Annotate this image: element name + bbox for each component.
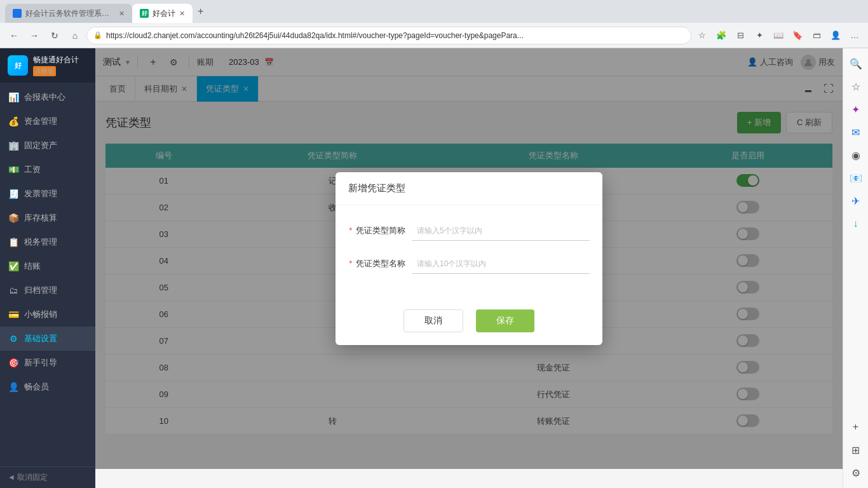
sidebar-item-assets[interactable]: 🏢 固定资产 (0, 133, 95, 158)
guide-icon: 🎯 (8, 357, 19, 369)
tab2-favicon: 好 (140, 9, 149, 18)
sidebar-item-capital[interactable]: 💰 资金管理 (0, 109, 95, 133)
main-section: 测试 ▾ + ⚙ 账期 2023-03 📅 👤 人工咨询 用友 (95, 48, 843, 488)
new-voucher-type-modal: 新增凭证类型 * 凭证类型简称 (336, 172, 602, 345)
sidebar-nav: 📊 会报表中心 💰 资金管理 🏢 固定资产 💵 工资 🧾 发票管理 📦 (0, 83, 95, 466)
tax-label: 税务管理 (24, 236, 57, 248)
right-grid-icon[interactable]: ⊞ (846, 440, 866, 460)
right-browser-icon[interactable]: ◉ (846, 145, 866, 165)
tab1-close-icon[interactable]: ✕ (119, 10, 125, 18)
sidebar-item-inventory[interactable]: 📦 库存核算 (0, 206, 95, 230)
inventory-label: 库存核算 (24, 212, 57, 224)
invoice-label: 发票管理 (24, 188, 57, 200)
sidebar-logo: 好 畅捷通好合计 流畅版 (0, 48, 95, 83)
expense-label: 小畅报销 (24, 309, 57, 320)
sidebar: 好 畅捷通好合计 流畅版 📊 会报表中心 💰 资金管理 🏢 固定资产 💵 工资 (0, 48, 95, 488)
app-container: 好 畅捷通好合计 流畅版 📊 会报表中心 💰 资金管理 🏢 固定资产 💵 工资 (0, 48, 868, 488)
split-view-icon[interactable]: ⊟ (732, 27, 749, 44)
modal-body: * 凭证类型简称 * 凭证类型名称 (336, 205, 602, 299)
sidebar-item-settings[interactable]: ⚙ 基础设置 (0, 327, 95, 351)
sidebar-unpin-button[interactable]: ◄ 取消固定 (0, 466, 95, 488)
tab-bar: 好会计云务软件管理系统_会计 ✕ 好 好会计 ✕ + (0, 0, 868, 23)
home-button[interactable]: ⌂ (66, 27, 84, 44)
right-settings-icon[interactable]: ⚙ (846, 463, 866, 483)
required-star-name: * (349, 259, 352, 268)
sidebar-item-salary[interactable]: 💵 工资 (0, 158, 95, 182)
sidebar-item-invoice[interactable]: 🧾 发票管理 (0, 182, 95, 206)
browser-toolbar-icons: ☆ 🧩 ⊟ ✦ 📖 🔖 🗃 👤 … (694, 27, 863, 44)
invoice-icon: 🧾 (8, 188, 19, 200)
logo-version: 流畅版 (33, 66, 56, 76)
expense-icon: 💳 (8, 309, 19, 320)
right-star-icon[interactable]: ☆ (846, 76, 866, 97)
forward-button[interactable]: → (25, 27, 43, 44)
url-text: https://cloud2.chanjet.com/accounting/uh… (106, 31, 684, 40)
browser-tab-1[interactable]: 好会计云务软件管理系统_会计 ✕ (5, 4, 132, 23)
abbr-label: * 凭证类型简称 (348, 225, 412, 236)
sidebar-item-guide[interactable]: 🎯 新手引导 (0, 351, 95, 375)
extensions-icon[interactable]: 🧩 (713, 27, 729, 44)
reading-icon[interactable]: 📖 (770, 27, 787, 44)
assets-label: 固定资产 (24, 140, 57, 151)
capital-icon: 💰 (8, 116, 19, 127)
checkout-label: 结账 (24, 261, 41, 272)
member-label: 畅会员 (24, 381, 49, 393)
url-bar[interactable]: 🔒 https://cloud2.chanjet.com/accounting/… (86, 27, 691, 44)
tax-icon: 📋 (8, 236, 19, 248)
sidebar-item-reports[interactable]: 📊 会报表中心 (0, 85, 95, 109)
right-plus-icon[interactable]: + (846, 417, 866, 437)
form-row-abbr: * 凭证类型简称 (348, 220, 590, 241)
sidebar-item-archive[interactable]: 🗂 归档管理 (0, 278, 95, 302)
sidebar-item-tax[interactable]: 📋 税务管理 (0, 230, 95, 254)
archive-icon: 🗂 (8, 285, 19, 296)
assets-icon: 🏢 (8, 140, 19, 151)
tab1-title: 好会计云务软件管理系统_会计 (25, 8, 115, 19)
sidebar-item-checkout[interactable]: ✅ 结账 (0, 254, 95, 278)
right-search-icon[interactable]: 🔍 (846, 53, 866, 74)
tab2-title: 好会计 (153, 8, 175, 19)
collections-icon[interactable]: 🗃 (808, 27, 825, 44)
sidebar-item-member[interactable]: 👤 畅会员 (0, 375, 95, 399)
right-outlook-icon[interactable]: 📧 (846, 168, 866, 188)
main-content: 凭证类型 + 新增 C 刷新 编号 凭证类型简称 凭证类型名称 是否启用 (95, 102, 843, 488)
new-tab-button[interactable]: + (193, 3, 208, 20)
bookmark-icon[interactable]: ☆ (694, 27, 710, 44)
reports-icon: 📊 (8, 92, 19, 103)
right-download-icon[interactable]: ↓ (846, 214, 866, 234)
cancel-button[interactable]: 取消 (403, 309, 463, 332)
browser-tab-2[interactable]: 好 好会计 ✕ (132, 4, 193, 23)
required-star-abbr: * (349, 226, 352, 235)
member-icon: 👤 (8, 381, 19, 393)
unpin-label: ◄ 取消固定 (8, 472, 48, 483)
settings-icon: ⚙ (8, 333, 19, 344)
right-travel-icon[interactable]: ✈ (846, 191, 866, 211)
guide-label: 新手引导 (24, 357, 57, 369)
logo-text-block: 畅捷通好合计 流畅版 (33, 55, 79, 76)
right-mail-icon[interactable]: ✉ (846, 122, 866, 142)
name-input[interactable] (412, 254, 590, 274)
modal-footer: 取消 保存 (336, 299, 602, 345)
favorites-icon[interactable]: 🔖 (789, 27, 806, 44)
capital-label: 资金管理 (24, 116, 57, 127)
archive-label: 归档管理 (24, 285, 57, 296)
sidebar-item-expense[interactable]: 💳 小畅报销 (0, 302, 95, 327)
right-ai-icon[interactable]: ✦ (846, 99, 866, 119)
back-button[interactable]: ← (5, 27, 23, 44)
abbr-input[interactable] (412, 220, 590, 241)
name-label: * 凭证类型名称 (348, 258, 412, 269)
logo-icon: 好 (8, 55, 28, 76)
modal-title: 新增凭证类型 (348, 182, 405, 193)
tab2-close-icon[interactable]: ✕ (179, 10, 185, 18)
modal-header: 新增凭证类型 (336, 172, 602, 205)
tab1-favicon (13, 9, 22, 18)
browser-chrome: 好会计云务软件管理系统_会计 ✕ 好 好会计 ✕ + ← → ↻ ⌂ 🔒 htt… (0, 0, 868, 48)
salary-icon: 💵 (8, 164, 19, 175)
form-row-name: * 凭证类型名称 (348, 254, 590, 274)
more-icon[interactable]: … (846, 27, 863, 44)
address-bar: ← → ↻ ⌂ 🔒 https://cloud2.chanjet.com/acc… (0, 23, 868, 48)
ai-icon[interactable]: ✦ (751, 27, 768, 44)
reports-label: 会报表中心 (24, 92, 65, 103)
save-button[interactable]: 保存 (476, 309, 534, 332)
refresh-button[interactable]: ↻ (46, 27, 64, 44)
profile-icon[interactable]: 👤 (827, 27, 844, 44)
